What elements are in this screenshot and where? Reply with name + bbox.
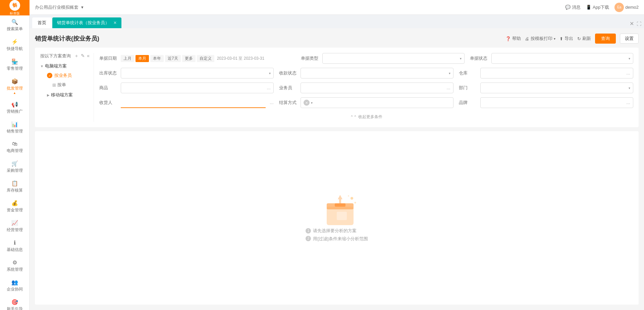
chevron-right-icon: ▶ bbox=[47, 93, 50, 97]
out-status-arrow: ▾ bbox=[269, 71, 271, 75]
app-download-btn[interactable]: 📱 App下载 bbox=[586, 4, 609, 10]
edit-scheme-icon[interactable]: ✎ bbox=[81, 53, 85, 59]
sidebar-item-purchase[interactable]: 🛒 采购管理 bbox=[0, 157, 30, 177]
sidebar-item-base-info[interactable]: ℹ 基础信息 bbox=[0, 236, 30, 256]
export-btn[interactable]: ⬆ 导出 bbox=[559, 36, 573, 42]
empty-state: 1 请先选择要分析的方案 2 用[过滤]条件来缩小分析范围 bbox=[35, 131, 639, 305]
sales-icon: 📊 bbox=[11, 121, 18, 127]
empty-num-1: 1 bbox=[306, 228, 311, 234]
sidebar-item-inventory[interactable]: 📋 库存核算 bbox=[0, 177, 30, 197]
mobile-scheme-label: 移动端方案 bbox=[51, 92, 73, 98]
filter-field-date: 单据日期 上月 本月 本年 近7天 更多 自定义 2023-03-01 至 20… bbox=[99, 55, 296, 62]
sidebar-item-ecommerce[interactable]: 🛍 电商管理 bbox=[0, 138, 30, 157]
warehouse-select[interactable]: … bbox=[480, 68, 633, 79]
svg-rect-2 bbox=[335, 203, 345, 207]
finance-icon: 💰 bbox=[11, 200, 18, 206]
sidebar-item-wholesale[interactable]: 📦 批发管理 ▲ bbox=[0, 75, 30, 98]
breadcrumb-dropdown[interactable]: ▾ bbox=[81, 5, 84, 10]
filter-field-warehouse: 仓库 … bbox=[459, 68, 633, 79]
payment-clear-btn[interactable]: ✕ bbox=[304, 100, 310, 106]
sidebar-item-marketing[interactable]: 📢 营销推广 bbox=[0, 98, 30, 118]
filter-field-salesman: 业务员 … bbox=[279, 83, 453, 93]
payment-select[interactable]: ✕ ▾ bbox=[301, 97, 453, 108]
sidebar-item-guide[interactable]: 🎯 新手引导 bbox=[0, 296, 30, 310]
filter-row-4: 收货人 … 结算方式 ✕ ▾ 品牌 bbox=[99, 97, 633, 108]
doc-type-select[interactable]: ▾ bbox=[322, 53, 465, 64]
mobile-scheme-group: ▶ 移动端方案 bbox=[40, 91, 90, 99]
page-header: 销货单统计表(按业务员) ❓ 帮助 🖨 按模板打印 ▾ ⬆ 导出 ↻ 刷新 bbox=[35, 34, 639, 44]
collapse-btn[interactable]: ⌃⌃ 收起更多条件 bbox=[99, 112, 633, 122]
empty-hint-1: 1 请先选择要分析的方案 bbox=[306, 227, 368, 235]
sidebar-item-enterprise[interactable]: 👥 企业协同 bbox=[0, 276, 30, 296]
page-body: 销货单统计表(按业务员) ❓ 帮助 🖨 按模板打印 ▾ ⬆ 导出 ↻ 刷新 bbox=[30, 28, 644, 310]
date-this-month[interactable]: 本月 bbox=[136, 55, 149, 62]
salesman-select[interactable]: … bbox=[301, 83, 453, 93]
refresh-icon: ↻ bbox=[577, 36, 581, 41]
tab-close-icon[interactable]: ✕ bbox=[113, 20, 117, 25]
doc-status-arrow: ▾ bbox=[629, 57, 630, 60]
receiver-dots[interactable]: … bbox=[270, 100, 274, 105]
refresh-btn[interactable]: ↻ 刷新 bbox=[577, 36, 591, 42]
avatar: Ea bbox=[614, 3, 624, 12]
empty-num-2: 2 bbox=[306, 236, 311, 241]
logo-icon: 畅 bbox=[9, 0, 20, 11]
printer-icon: 🖨 bbox=[525, 36, 529, 41]
filter-field-doc-type: 单据类型 ▾ bbox=[301, 53, 465, 64]
date-7days[interactable]: 近7天 bbox=[165, 55, 181, 62]
receiver-input[interactable] bbox=[121, 97, 266, 108]
scheme-item-salesman[interactable]: ✓ 按业务员 bbox=[40, 70, 90, 81]
tab-home[interactable]: 首页 bbox=[32, 17, 52, 28]
filter-field-dept: 部门 ▾ bbox=[459, 83, 633, 93]
help-btn[interactable]: ❓ 帮助 bbox=[505, 36, 521, 42]
chevron-down-icon: ▼ bbox=[40, 64, 44, 68]
out-status-select[interactable]: ▾ bbox=[121, 68, 274, 79]
empty-text: 1 请先选择要分析的方案 2 用[过滤]条件来缩小分析范围 bbox=[306, 227, 368, 243]
message-btn[interactable]: 💬 消息 bbox=[565, 4, 581, 10]
date-custom[interactable]: 自定义 bbox=[197, 55, 214, 62]
close-window-icon[interactable]: ✕ bbox=[630, 20, 634, 27]
filter-field-payment: 结算方式 ✕ ▾ bbox=[279, 97, 453, 108]
sidebar-item-operation[interactable]: 📈 经营管理 bbox=[0, 216, 30, 236]
doc-status-select[interactable]: ▾ bbox=[491, 53, 634, 64]
scheme-tree: ▼ 电脑端方案 ✓ 按业务员 ⊞ 按单 bbox=[40, 62, 90, 99]
collapse-sidebar-icon[interactable]: « bbox=[87, 53, 90, 59]
query-btn[interactable]: 查询 bbox=[595, 34, 616, 44]
date-last-month[interactable]: 上月 bbox=[121, 55, 134, 62]
sidebar-item-sales[interactable]: 📊 销售管理 bbox=[0, 118, 30, 138]
sidebar-item-search[interactable]: 🔍 搜索菜单 bbox=[0, 15, 30, 35]
settings-btn[interactable]: 设置 bbox=[620, 34, 639, 44]
sidebar-item-system[interactable]: ⚙ 系统管理 bbox=[0, 256, 30, 276]
receive-status-arrow: ▾ bbox=[449, 71, 450, 75]
goods-label: 商品 bbox=[99, 85, 118, 91]
filter-sidebar-title: 按以下方案查询 bbox=[40, 53, 71, 59]
date-more[interactable]: 更多 bbox=[182, 55, 196, 62]
goods-select[interactable]: … bbox=[121, 83, 274, 93]
receive-status-select[interactable]: ▾ bbox=[301, 68, 453, 79]
filter-field-goods: 商品 … bbox=[99, 83, 274, 93]
doc-status-label: 单据状态 bbox=[470, 55, 489, 61]
retail-icon: 🏪 bbox=[11, 58, 18, 65]
brand-select[interactable]: … bbox=[480, 97, 633, 108]
base-info-icon: ℹ bbox=[14, 240, 16, 246]
dept-select[interactable]: ▾ bbox=[480, 83, 633, 93]
sidebar-item-retail[interactable]: 🏪 零售管理 bbox=[0, 55, 30, 75]
help-icon: ❓ bbox=[505, 36, 511, 41]
user-menu[interactable]: Ea demo2 bbox=[614, 3, 639, 12]
pc-scheme-header[interactable]: ▼ 电脑端方案 bbox=[40, 62, 90, 70]
tab-home-label: 首页 bbox=[38, 20, 46, 26]
active-scheme-dot: ✓ bbox=[47, 73, 52, 78]
filter-sidebar: 按以下方案查询 ＋ ✎ « ▼ 电脑端方案 bbox=[40, 53, 94, 122]
receive-status-label: 收款状态 bbox=[279, 70, 298, 76]
tab-sales-stat[interactable]: 销货单统计表（按业务员） ✕ bbox=[52, 17, 121, 28]
date-this-year[interactable]: 本年 bbox=[150, 55, 164, 62]
template-print-btn[interactable]: 🖨 按模板打印 ▾ bbox=[525, 36, 555, 42]
ecommerce-icon: 🛍 bbox=[12, 141, 17, 147]
pc-scheme-group: ▼ 电脑端方案 ✓ 按业务员 ⊞ 按单 bbox=[40, 62, 90, 89]
mobile-scheme-header[interactable]: ▶ 移动端方案 bbox=[40, 91, 90, 99]
sidebar-item-quick[interactable]: ⚡ 快捷导航 bbox=[0, 35, 30, 55]
add-scheme-icon[interactable]: ＋ bbox=[74, 53, 79, 59]
svg-marker-7 bbox=[338, 195, 342, 199]
sidebar-item-finance[interactable]: 💰 资金管理 bbox=[0, 197, 30, 216]
maximize-window-icon[interactable]: ⛶ bbox=[637, 21, 641, 27]
scheme-sub-by-order[interactable]: ⊞ 按单 bbox=[40, 81, 90, 89]
